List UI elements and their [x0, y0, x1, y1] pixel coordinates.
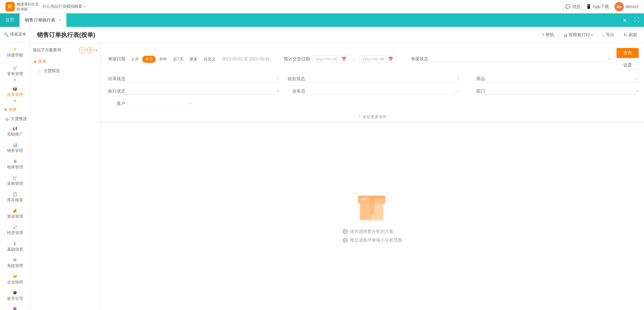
newbie-icon: 🎓	[12, 291, 17, 295]
message-nav[interactable]: 💬 消息	[565, 4, 581, 10]
refresh-icon: ↻	[624, 33, 627, 38]
refresh-button[interactable]: ↻ 刷新	[624, 32, 637, 38]
search-icon: 🔍	[4, 32, 9, 37]
receipt-status-arrow: ▾	[457, 76, 459, 81]
export-button[interactable]: ↓ 导出	[602, 32, 614, 38]
date-tab-7days[interactable]: 近7天	[170, 56, 186, 63]
scheme-collapse-button[interactable]: «	[95, 47, 98, 53]
logo-icon: 好	[5, 2, 15, 11]
sidebar-item-purchase[interactable]: 🛒 采购管理	[0, 173, 30, 189]
breadcrumb-dropdown-icon[interactable]: ▾	[84, 4, 86, 9]
tab-close-all-btn[interactable]: ✕	[620, 15, 629, 25]
svg-text:✦: ✦	[381, 200, 383, 203]
out-status-select[interactable]: ▾	[125, 75, 279, 82]
sidebar-item-cooperation[interactable]: 🤝 企业协同	[0, 271, 30, 288]
scheme-item-sub-quehuoqingkuang[interactable]: ◎ 欠货情况	[33, 66, 98, 75]
goods-more-icon[interactable]: ···	[635, 76, 639, 81]
sidebar-item-ecommerce[interactable]: 🖥 电商管理	[0, 156, 30, 173]
expected-date-end-input[interactable]: yyyy-mm-dd 📅	[359, 55, 396, 63]
print-dropdown-icon[interactable]: ▾	[591, 33, 593, 37]
tab-expand-btn[interactable]: ⛶	[632, 15, 641, 25]
right-content: 单据日期 上月 本月 本年 近7天 更多 自定义 2023-03-01 至 20…	[101, 43, 644, 310]
sidebar-item-app-center[interactable]: 🔮 应用中心	[0, 304, 30, 310]
empty-num-1: 1	[342, 229, 348, 234]
date-tab-thismonth[interactable]: 本月	[142, 56, 156, 63]
ecommerce-icon: 🖥	[13, 159, 17, 164]
expected-date-label: 预计交货日期	[283, 56, 310, 62]
customer-label: 客户	[106, 101, 125, 107]
top-bar-right: 💬 消息 📱 App下载 Ea demo2	[565, 2, 639, 11]
download-icon: 📱	[586, 4, 591, 9]
receipt-status-select[interactable]: ▾	[305, 75, 459, 82]
app-center-icon: 🔮	[12, 307, 17, 310]
sidebar-item-basic-info[interactable]: ℹ 基础信息	[0, 239, 30, 255]
empty-box-svg: ✦ ✦ ✦	[354, 190, 391, 223]
date-tab-custom[interactable]: 自定义	[201, 56, 218, 63]
empty-texts: 1 请先选择要分析的方案 2 用过滤条件来缩小分析范围	[342, 228, 402, 243]
sidebar-item-system[interactable]: ⚙ 系统管理	[0, 255, 30, 271]
svg-text:✦: ✦	[355, 192, 358, 197]
scheme-item-andan[interactable]: 按单	[0, 105, 30, 114]
sidebar-item-inventory[interactable]: 📋 库存核算	[0, 189, 30, 206]
status-select[interactable]: ▾	[431, 56, 610, 62]
sales-icon: 📊	[12, 143, 17, 147]
collapse-bar[interactable]: ⌃ 收起更多条件	[106, 112, 639, 122]
app-download-nav[interactable]: 📱 App下载	[586, 4, 609, 10]
sidebar-item-sales[interactable]: 📊 销售管理	[0, 140, 30, 156]
sidebar-item-retail[interactable]: 🛒 零售管理 ▲	[0, 63, 30, 84]
scheme-header-label: 按以下方案查询	[33, 47, 61, 53]
retail-expand-icon: ▲	[13, 78, 17, 81]
query-buttons: 查询 设置	[616, 48, 639, 70]
scheme-settings-button[interactable]: ⚙	[87, 47, 94, 53]
print-button-group: 🖨 按模板打印 ▾	[564, 32, 593, 38]
page-title: 销售订单执行表(按单)	[37, 31, 95, 43]
salesperson-input[interactable]: ···	[305, 87, 459, 95]
sidebar-item-finance[interactable]: 💰 资金管理	[0, 206, 30, 222]
table-area: ✦ ✦ ✦ 1 请先选择要分析的方案 2	[101, 123, 644, 310]
date-label: 单据日期	[106, 56, 125, 62]
sidebar-item-newbie[interactable]: 🎓 新手引导	[0, 288, 30, 304]
scheme-item-quehuoqingkuang[interactable]: ◎ 欠货情况	[0, 114, 30, 123]
department-select[interactable]: ▾	[485, 88, 639, 95]
help-button[interactable]: ? 帮助	[542, 32, 554, 38]
svg-rect-2	[360, 202, 372, 220]
top-bar: 好 畅捷通好生意 标准版 办公用品行业模拟账套 ▾ 💬 消息 📱 App下载 E…	[0, 0, 644, 13]
goods-input[interactable]: ···	[485, 75, 639, 83]
customer-input[interactable]: ···	[125, 100, 193, 107]
export-icon: ↓	[602, 33, 604, 38]
sidebar-item-quick-nav[interactable]: ⚡ 快捷导航	[0, 44, 30, 61]
expected-date-start-input[interactable]: yyyy-mm-dd 📅	[313, 55, 350, 63]
empty-illustration: ✦ ✦ ✦	[354, 190, 391, 223]
date-tab-thisyear[interactable]: 本年	[156, 56, 170, 63]
divider1: |	[558, 33, 559, 38]
tab-sales-order[interactable]: 销售订单执行表 ×	[19, 13, 66, 27]
user-nav[interactable]: Ea demo2	[614, 2, 639, 11]
scheme-add-button[interactable]: +	[79, 47, 86, 53]
query-button[interactable]: 查询	[616, 48, 639, 58]
empty-text-2: 2 用过滤条件来缩小分析范围	[342, 237, 402, 243]
salesperson-more-icon[interactable]: ···	[455, 88, 459, 94]
page-header: 销售订单执行表(按单) ? 帮助 | 🖨 按模板打印 ▾ | ↓ 导出 |	[30, 27, 644, 43]
empty-text-1: 1 请先选择要分析的方案	[342, 228, 402, 235]
tab-bar: 首页 销售订单执行表 × ✕ ⛶	[0, 13, 644, 27]
breadcrumb: 办公用品行业模拟账套 ▾	[42, 4, 86, 9]
out-status-label: 出库状态	[106, 76, 125, 82]
date-tab-more[interactable]: 更多	[187, 56, 200, 63]
date-tab-lastmonth[interactable]: 上月	[128, 56, 142, 63]
empty-state: ✦ ✦ ✦ 1 请先选择要分析的方案 2	[342, 190, 402, 243]
exec-status-select[interactable]: ▾	[125, 88, 279, 95]
tab-home[interactable]: 首页	[0, 13, 19, 27]
customer-more-icon[interactable]: ···	[189, 101, 193, 106]
settings-button[interactable]: 设置	[616, 60, 639, 70]
collapse-icon: ⌃	[358, 115, 361, 119]
scheme-panel: 按以下方案查询 + ⚙ « 按单 ◎ 欠货情况	[30, 43, 101, 310]
cooperation-icon: 🤝	[12, 274, 17, 279]
sidebar-item-wholesale[interactable]: 📦 批发管理 ▲	[0, 84, 30, 105]
sidebar-item-operations[interactable]: 📈 经营管理	[0, 222, 30, 239]
search-menu-button[interactable]: 🔍 搜索菜单	[3, 30, 27, 39]
scheme-item-main-andan[interactable]: 按单	[33, 57, 98, 66]
sidebar-item-marketing[interactable]: 📢 营销推广	[0, 123, 30, 140]
avatar: Ea	[614, 2, 624, 11]
tab-close-icon[interactable]: ×	[59, 18, 61, 22]
basic-info-icon: ℹ	[14, 241, 16, 246]
